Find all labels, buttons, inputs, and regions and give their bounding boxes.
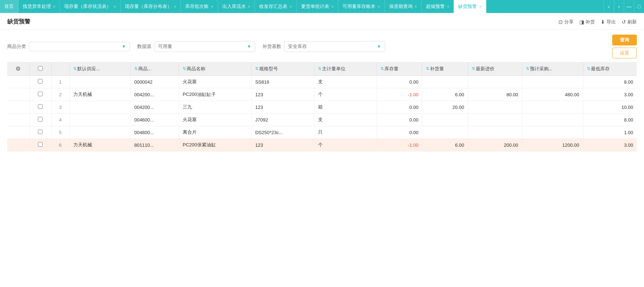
tab-next-button[interactable]: ›: [614, 0, 624, 13]
tab-order-stat[interactable]: 要货单统计表 ×: [297, 0, 338, 13]
tab-abnormal-close[interactable]: ×: [53, 4, 55, 9]
th-stock[interactable]: ⇅ 库存量: [377, 62, 422, 76]
refresh-button[interactable]: ↺ 刷新: [622, 19, 637, 25]
td-stock-4: 0.00: [377, 126, 422, 139]
tab-inout-flow[interactable]: 出入库流水 ×: [218, 0, 255, 13]
category-select[interactable]: ▼: [29, 42, 130, 51]
th-settings[interactable]: ⚙: [7, 62, 29, 76]
tab-batch[interactable]: 库存批次账 ×: [181, 0, 218, 13]
page-header: 缺货预警 ⊡ 分享 ◨ 补货 ⬇ 导出 ↺ 刷新: [0, 13, 644, 30]
th-unit[interactable]: ⇅ 主计量单位: [314, 62, 377, 76]
td-code-4: 004800...: [130, 126, 179, 139]
restock-button[interactable]: ◨ 补货: [579, 19, 595, 25]
td-stock-5: -1.00: [377, 139, 422, 151]
th-checkbox[interactable]: [29, 62, 51, 76]
td-restock-5: 6.00: [422, 139, 468, 151]
tab-overstock-close[interactable]: ×: [447, 4, 449, 9]
tab-overstock[interactable]: 超储预警 ×: [422, 0, 454, 13]
td-est-4: [522, 126, 583, 139]
td-min-1: 3.00: [583, 88, 637, 101]
td-unit-5: 个: [314, 139, 377, 151]
td-unit-2: 箱: [314, 101, 377, 114]
td-checkbox-2[interactable]: [29, 101, 51, 114]
td-code-1: 004200...: [130, 88, 179, 101]
row-checkbox-2[interactable]: [38, 104, 43, 109]
tab-home[interactable]: 首页: [0, 0, 18, 13]
td-checkbox-0[interactable]: [29, 76, 51, 88]
td-name-4: 离合片: [179, 126, 251, 139]
restock-base-select[interactable]: 安全库存 ▼: [284, 41, 385, 52]
td-code-5: 801110...: [130, 139, 179, 151]
td-checkbox-1[interactable]: [29, 88, 51, 101]
tab-inventory-dist-close[interactable]: ×: [174, 4, 176, 9]
td-restock-3: [422, 114, 468, 126]
table-row: 6 力天机械 801110... PC200张紧油缸 123 个 -1.00 6…: [7, 139, 637, 151]
tab-shortage-close[interactable]: ×: [479, 4, 481, 9]
sort-unit-icon: ⇅: [318, 66, 321, 71]
tab-available-ledger-close[interactable]: ×: [378, 4, 380, 9]
tab-inventory-status-close[interactable]: ×: [113, 4, 116, 9]
th-est-purchase[interactable]: ⇅ 预计采购...: [522, 62, 583, 76]
tab-inventory-status[interactable]: 现存量（库存状况表） ×: [60, 0, 120, 13]
th-product-code[interactable]: ⇅ 商品...: [130, 62, 179, 76]
category-chevron-icon: ▼: [122, 44, 126, 49]
share-icon: ⊡: [558, 19, 563, 25]
sort-supplier-icon: ⇅: [73, 66, 77, 71]
tab-available-ledger[interactable]: 可用量库存账本 ×: [338, 0, 384, 13]
page-title: 缺货预警: [7, 18, 30, 26]
tab-receive-summary-close[interactable]: ×: [290, 4, 292, 9]
td-price-3: [468, 114, 522, 126]
td-checkbox-4[interactable]: [29, 126, 51, 139]
th-min-stock[interactable]: ⇅ 最低库存: [583, 62, 637, 76]
tab-maximize-button[interactable]: □: [634, 0, 644, 13]
datasource-select[interactable]: 可用量 ▼: [154, 41, 255, 52]
th-product-name[interactable]: ⇅ 商品名称: [179, 62, 251, 76]
settings-button[interactable]: 设置: [612, 48, 637, 58]
row-checkbox-1[interactable]: [38, 92, 43, 96]
sort-spec-icon: ⇅: [255, 66, 258, 71]
tab-shortage[interactable]: 缺货预警 ×: [454, 0, 486, 13]
tab-minimize-button[interactable]: ―: [624, 0, 634, 13]
tab-inout-flow-close[interactable]: ×: [248, 4, 250, 9]
th-latest-price[interactable]: ⇅ 最新进价: [468, 62, 522, 76]
export-label: 导出: [606, 19, 616, 25]
tab-inventory-dist[interactable]: 现存量（库存分布表） ×: [121, 0, 181, 13]
restock-base-label: 补货基数: [262, 43, 281, 50]
tab-expiry[interactable]: 保质期查询 ×: [385, 0, 422, 13]
row-checkbox-4[interactable]: [38, 129, 43, 134]
td-checkbox-3[interactable]: [29, 114, 51, 126]
td-rownum-1: 2: [51, 88, 69, 101]
export-button[interactable]: ⬇ 导出: [601, 19, 616, 25]
td-unit-4: 只: [314, 126, 377, 139]
tab-order-stat-close[interactable]: ×: [331, 4, 334, 9]
tab-expiry-close[interactable]: ×: [415, 4, 417, 9]
row-checkbox-0[interactable]: [38, 79, 43, 84]
tab-abnormal[interactable]: 拣货异常处理 ×: [18, 0, 60, 13]
page-content: 缺货预警 ⊡ 分享 ◨ 补货 ⬇ 导出 ↺ 刷新 商品分类: [0, 13, 644, 287]
row-checkbox-5[interactable]: [38, 142, 43, 147]
tab-prev-button[interactable]: ‹: [604, 0, 614, 13]
th-supplier[interactable]: ⇅ 默认供应...: [69, 62, 130, 76]
category-label: 商品分类: [7, 43, 26, 50]
th-spec[interactable]: ⇅ 规格型号: [251, 62, 314, 76]
settings-icon[interactable]: ⚙: [16, 66, 21, 72]
td-price-5: 200.00: [468, 139, 522, 151]
query-button[interactable]: 查询: [612, 35, 637, 45]
tab-shortage-label: 缺货预警: [458, 3, 477, 10]
th-restock[interactable]: ⇅ 补货量: [422, 62, 468, 76]
tab-batch-close[interactable]: ×: [211, 4, 213, 9]
td-rownum-0: 1: [51, 76, 69, 88]
td-checkbox-5[interactable]: [29, 139, 51, 151]
share-button[interactable]: ⊡ 分享: [558, 19, 574, 25]
row-checkbox-3[interactable]: [38, 117, 43, 122]
select-all-checkbox[interactable]: [38, 66, 43, 71]
td-stock-3: 0.00: [377, 114, 422, 126]
tab-receive-summary[interactable]: 收发存汇总表 ×: [255, 0, 296, 13]
shortage-table: ⚙ ⇅ 默认供应... ⇅ 商: [7, 62, 637, 151]
td-settings-0: [7, 76, 29, 88]
table-row: 1 0000042 火花塞 SS816 支 0.00 8.00: [7, 76, 637, 88]
td-spec-5: 123: [251, 139, 314, 151]
td-price-4: [468, 126, 522, 139]
header-actions: ⊡ 分享 ◨ 补货 ⬇ 导出 ↺ 刷新: [558, 19, 637, 25]
td-supplier-1: 力天机械: [69, 88, 130, 101]
